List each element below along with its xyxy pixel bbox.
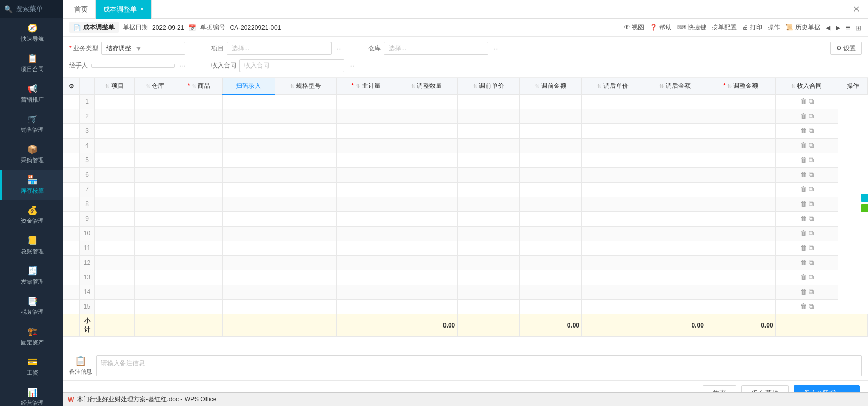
nav-next-icon[interactable]: ▶	[836, 24, 840, 31]
warehouse-more-icon[interactable]: ···	[494, 45, 499, 52]
delete-row-icon[interactable]: 🗑	[800, 156, 807, 164]
sidebar-item-project-contract[interactable]: 📋 项目合同	[0, 48, 63, 78]
delete-row-icon[interactable]: 🗑	[800, 200, 807, 208]
copy-row-icon[interactable]: ⧉	[809, 215, 814, 222]
delete-row-icon[interactable]: 🗑	[800, 171, 807, 178]
col-scan[interactable]: 扫码录入	[223, 78, 275, 95]
project-input[interactable]: 选择...	[227, 42, 332, 55]
wps-icon: W	[68, 396, 74, 403]
toolbar-right: 👁 视图 ❓ 帮助 ⌨ 快捷键 按单配置 🖨 打印 操作 📜 历史单据 ◀ ▶ …	[624, 23, 862, 32]
shortcut-btn[interactable]: ⌨ 快捷键	[677, 23, 706, 32]
sidebar-item-salary[interactable]: 💳 工资	[0, 352, 63, 382]
sort-icon[interactable]: ⇅	[356, 83, 360, 89]
sidebar-item-purchase-mgmt[interactable]: 📦 采购管理	[0, 139, 63, 170]
col-settings[interactable]: ⚙	[63, 78, 80, 95]
copy-row-icon[interactable]: ⧉	[809, 200, 814, 208]
delete-row-icon[interactable]: 🗑	[800, 229, 807, 237]
help-btn[interactable]: ❓ 帮助	[649, 23, 671, 32]
calendar-icon[interactable]: 📅	[188, 24, 196, 31]
delete-row-icon[interactable]: 🗑	[800, 288, 807, 296]
sort-icon[interactable]: ⇅	[290, 83, 294, 89]
sidebar-item-sales-mgmt[interactable]: 🛒 销售管理	[0, 109, 63, 139]
sidebar-item-invoice-mgmt[interactable]: 🧾 发票管理	[0, 261, 63, 291]
sidebar-item-fund-mgmt[interactable]: 💰 资金管理	[0, 200, 63, 230]
copy-row-icon[interactable]: ⧉	[809, 273, 814, 281]
col-product: ⇅ 商品	[175, 78, 223, 95]
notes-input[interactable]: 请输入备注信息	[96, 355, 862, 376]
copy-row-icon[interactable]: ⧉	[809, 244, 814, 252]
sidebar-item-quick-nav[interactable]: 🧭 快速导航	[0, 18, 63, 48]
grid-view-icon[interactable]: ⊞	[855, 24, 862, 32]
form-row-1: 业务类型 结存调整 ▼ 项目 选择... ··· 仓库 选择.	[69, 42, 862, 55]
income-contract-field: 收入合同 收入合同 ···	[211, 59, 355, 72]
right-edge-tab-1[interactable]	[861, 194, 868, 202]
sort-icon[interactable]: ⇅	[411, 83, 415, 89]
project-more-icon[interactable]: ···	[337, 45, 342, 52]
sort-icon[interactable]: ⇅	[105, 83, 109, 89]
list-view-icon[interactable]: ≡	[846, 23, 850, 32]
sort-icon[interactable]: ⇅	[727, 83, 732, 89]
delete-row-icon[interactable]: 🗑	[800, 273, 807, 281]
warehouse-input[interactable]: 选择...	[384, 42, 488, 55]
biz-type-value: 结存调整	[106, 44, 131, 53]
sort-icon[interactable]: ⇅	[535, 83, 539, 89]
biz-type-input[interactable]: 结存调整 ▼	[101, 42, 185, 55]
sidebar-item-ops-mgmt[interactable]: 📊 经营管理	[0, 382, 63, 406]
right-edge-tab-2[interactable]	[861, 204, 868, 212]
delete-row-icon[interactable]: 🗑	[800, 302, 807, 310]
print-btn[interactable]: 🖨 打印	[742, 23, 762, 32]
window-close-icon[interactable]: ✕	[853, 4, 860, 14]
delete-row-icon[interactable]: 🗑	[800, 244, 807, 252]
sidebar-search[interactable]: 🔍 搜索菜单	[0, 0, 63, 18]
delete-row-icon[interactable]: 🗑	[800, 127, 807, 134]
income-contract-input[interactable]: 收入合同	[239, 59, 344, 72]
copy-row-icon[interactable]: ⧉	[809, 97, 814, 105]
sidebar-item-fixed-assets[interactable]: 🏗️ 固定资产	[0, 321, 63, 352]
sort-icon[interactable]: ⇅	[473, 83, 477, 89]
income-contract-more-icon[interactable]: ···	[349, 62, 355, 70]
copy-row-icon[interactable]: ⧉	[809, 156, 814, 164]
tab-close-icon[interactable]: ×	[140, 6, 144, 13]
copy-row-icon[interactable]: ⧉	[809, 112, 814, 120]
tab-home[interactable]: 首页	[67, 0, 96, 19]
delete-row-icon[interactable]: 🗑	[800, 185, 807, 193]
delete-row-icon[interactable]: 🗑	[800, 215, 807, 222]
copy-row-icon[interactable]: ⧉	[809, 258, 814, 266]
view-btn[interactable]: 👁 视图	[624, 23, 644, 32]
copy-row-icon[interactable]: ⧉	[809, 229, 814, 237]
sort-icon[interactable]: ⇅	[192, 83, 196, 89]
nav-prev-icon[interactable]: ◀	[826, 24, 830, 31]
project-contract-icon: 📋	[27, 53, 38, 63]
action-btn[interactable]: 操作	[768, 23, 780, 32]
table-row: 6🗑⧉	[63, 167, 868, 182]
sidebar-item-label: 总账管理	[21, 247, 44, 255]
sidebar-item-inventory[interactable]: 🏪 库存核算	[0, 170, 63, 200]
copy-row-icon[interactable]: ⧉	[809, 185, 814, 193]
sort-icon[interactable]: ⇅	[146, 83, 150, 89]
sort-icon[interactable]: ⇅	[791, 83, 795, 89]
delete-row-icon[interactable]: 🗑	[800, 141, 807, 149]
table-row: 1🗑⧉	[63, 94, 868, 109]
delete-row-icon[interactable]: 🗑	[800, 258, 807, 266]
sort-icon[interactable]: ⇅	[659, 83, 664, 89]
copy-row-icon[interactable]: ⧉	[809, 127, 814, 134]
wps-label[interactable]: 木门行业好业财处理方案-墓红红.doc - WPS Office	[77, 395, 216, 404]
purchase-mgmt-icon: 📦	[27, 144, 38, 154]
tab-cost-adjust[interactable]: 成本调整单 ×	[96, 0, 152, 19]
delete-row-icon[interactable]: 🗑	[800, 97, 807, 105]
copy-row-icon[interactable]: ⧉	[809, 141, 814, 149]
sidebar-item-tax-mgmt[interactable]: 📑 税务管理	[0, 291, 63, 321]
delete-row-icon[interactable]: 🗑	[800, 112, 807, 120]
sidebar-item-ledger-mgmt[interactable]: 📒 总账管理	[0, 230, 63, 261]
doc-config-btn[interactable]: 按单配置	[712, 23, 737, 32]
history-btn[interactable]: 📜 历史单据	[785, 23, 820, 32]
ledger-mgmt-icon: 📒	[27, 235, 38, 245]
sort-icon[interactable]: ⇅	[597, 83, 601, 89]
handler-more-icon[interactable]: ···	[180, 62, 185, 70]
copy-row-icon[interactable]: ⧉	[809, 288, 814, 296]
copy-row-icon[interactable]: ⧉	[809, 171, 814, 178]
sidebar-item-sales-promo[interactable]: 📢 营销推广	[0, 78, 63, 109]
settings-button[interactable]: ⚙ 设置	[830, 42, 862, 55]
handler-input[interactable]	[91, 64, 175, 68]
copy-row-icon[interactable]: ⧉	[809, 302, 814, 310]
